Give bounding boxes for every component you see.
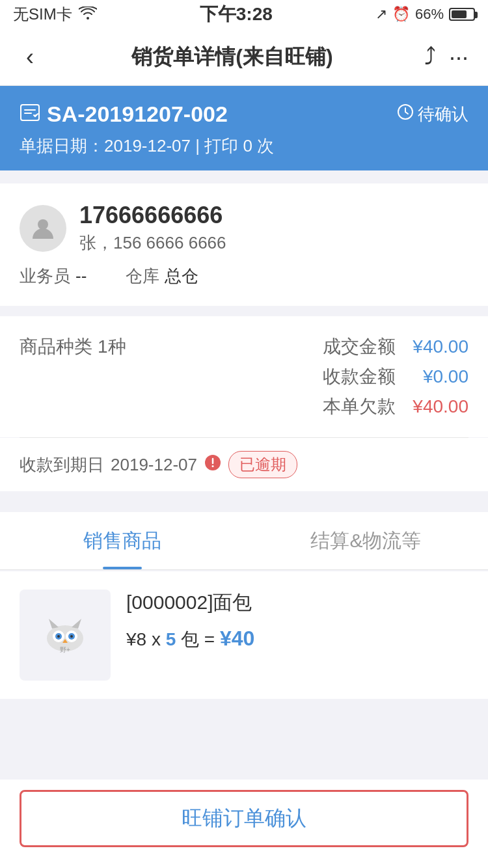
svg-point-13 <box>70 635 73 638</box>
tabs-row: 销售商品 结算&物流等 <box>0 512 488 569</box>
avatar <box>20 205 66 252</box>
order-id: SA-20191207-002 <box>20 102 228 127</box>
deal-amount-label: 成交金额 <box>323 334 396 359</box>
battery-icon <box>449 8 475 21</box>
product-type-label: 商品种类 <box>20 334 92 359</box>
svg-point-2 <box>38 219 48 230</box>
product-total: ¥40 <box>220 627 254 650</box>
salesperson-item: 业务员 -- <box>20 265 87 288</box>
customer-section: 17666666666 张，156 6666 6666 业务员 -- 仓库 总仓 <box>0 183 488 306</box>
bottom-button-container: 旺铺订单确认 <box>0 780 488 868</box>
owed-amount-value: ¥40.00 <box>403 396 468 417</box>
customer-row: 17666666666 张，156 6666 6666 <box>20 202 468 254</box>
nav-actions: ⤴ ··· <box>424 44 468 71</box>
carrier-text: 无SIM卡 <box>13 4 72 25</box>
divider-1 <box>0 306 488 316</box>
back-button[interactable]: ‹ <box>20 37 40 77</box>
svg-marker-7 <box>72 619 81 629</box>
location-icon: ↗ <box>375 6 387 23</box>
wifi-icon <box>79 5 97 23</box>
product-price: ¥8 x 5 包 = ¥40 <box>126 627 468 652</box>
warehouse-value: 总仓 <box>165 265 198 288</box>
order-date-row: 单据日期：2019-12-07 | 打印 0 次 <box>20 135 468 157</box>
status-clock-icon <box>397 103 414 125</box>
product-name: [0000002]面包 <box>126 590 468 616</box>
battery-percent: 66% <box>415 6 444 23</box>
deal-amount-value: ¥40.00 <box>403 336 468 357</box>
product-type-value: 1种 <box>98 334 126 359</box>
owed-amount-label: 本单欠款 <box>323 394 396 419</box>
warehouse-label: 仓库 <box>126 265 159 288</box>
product-logo: 野+ <box>39 616 91 655</box>
page-title: 销货单详情(来自旺铺) <box>131 43 332 72</box>
receipt-amount-value: ¥0.00 <box>403 366 468 387</box>
svg-marker-6 <box>49 619 59 629</box>
product-info: [0000002]面包 ¥8 x 5 包 = ¥40 <box>126 590 468 681</box>
alarm-icon: ⏰ <box>392 6 410 23</box>
due-date-value: 2019-12-07 <box>111 455 197 475</box>
status-left: 无SIM卡 <box>13 4 97 25</box>
salesperson-label: 业务员 <box>20 265 70 288</box>
divider-2 <box>0 491 488 502</box>
customer-meta: 业务员 -- 仓库 总仓 <box>20 265 468 288</box>
status-bar: 无SIM卡 下午3:28 ↗ ⏰ 66% <box>0 0 488 29</box>
status-time: 下午3:28 <box>200 2 273 27</box>
customer-phone: 17666666666 <box>79 202 226 229</box>
more-button[interactable]: ··· <box>449 44 468 71</box>
receipt-amount-item: 收款金额 ¥0.00 <box>323 364 468 389</box>
product-section: 野+ [0000002]面包 ¥8 x 5 包 = ¥40 <box>0 571 488 699</box>
tab-settlement-logistics[interactable]: 结算&物流等 <box>244 512 488 569</box>
customer-name: 张，156 6666 6666 <box>79 232 226 254</box>
tab-sales-products[interactable]: 销售商品 <box>0 512 244 569</box>
order-icon <box>20 102 40 127</box>
order-id-row: SA-20191207-002 待确认 <box>20 102 468 127</box>
salesperson-value: -- <box>75 266 87 286</box>
product-type-item: 商品种类 1种 <box>20 334 126 359</box>
due-alert-icon <box>204 454 222 476</box>
tabs-section: 销售商品 结算&物流等 <box>0 512 488 570</box>
receipt-amount-label: 收款金额 <box>323 364 396 389</box>
product-qty: 5 <box>166 629 176 649</box>
svg-text:野+: 野+ <box>60 646 70 653</box>
summary-right: 成交金额 ¥40.00 收款金额 ¥0.00 本单欠款 ¥40.00 <box>323 334 468 419</box>
due-section: 收款到期日 2019-12-07 已逾期 <box>0 438 488 491</box>
deal-amount-item: 成交金额 ¥40.00 <box>323 334 468 359</box>
due-date-label: 收款到期日 <box>20 454 104 476</box>
warehouse-item: 仓库 总仓 <box>126 265 198 288</box>
nav-bar: ‹ 销货单详情(来自旺铺) ⤴ ··· <box>0 29 488 86</box>
customer-info: 17666666666 张，156 6666 6666 <box>79 202 226 254</box>
summary-row: 商品种类 1种 成交金额 ¥40.00 收款金额 ¥0.00 本单欠款 ¥40.… <box>20 334 468 419</box>
order-header: SA-20191207-002 待确认 单据日期：2019-12-07 | 打印… <box>0 86 488 170</box>
status-right: ↗ ⏰ 66% <box>375 6 475 23</box>
svg-point-12 <box>57 635 60 638</box>
order-status: 待确认 <box>397 103 468 126</box>
share-button[interactable]: ⤴ <box>424 44 436 71</box>
svg-point-4 <box>212 465 214 467</box>
summary-left: 商品种类 1种 <box>20 334 126 359</box>
summary-section: 商品种类 1种 成交金额 ¥40.00 收款金额 ¥0.00 本单欠款 ¥40.… <box>0 316 488 437</box>
confirm-order-button[interactable]: 旺铺订单确认 <box>20 790 468 847</box>
product-thumbnail: 野+ <box>20 590 111 681</box>
overdue-badge: 已逾期 <box>228 451 297 478</box>
owed-amount-item: 本单欠款 ¥40.00 <box>323 394 468 419</box>
